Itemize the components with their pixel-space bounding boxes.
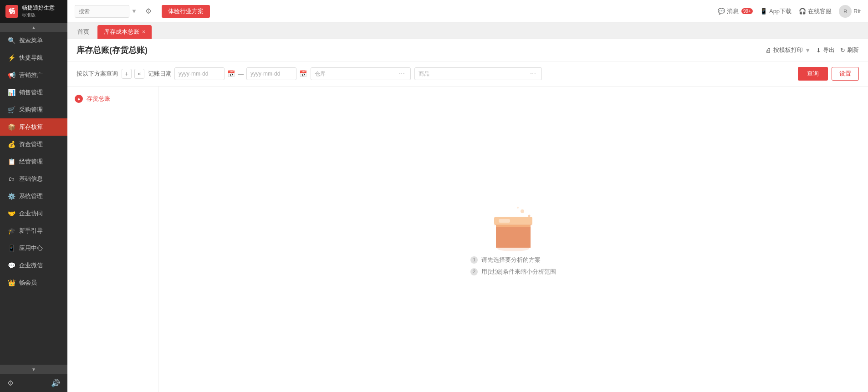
- date-separator: —: [238, 71, 244, 77]
- sidebar-item-finance[interactable]: 💰 资金管理: [0, 136, 67, 153]
- sidebar-item-operation[interactable]: 📋 经营管理: [0, 153, 67, 170]
- settings-button[interactable]: ⚙: [139, 5, 158, 18]
- print-label: 按模板打印: [773, 46, 803, 54]
- message-label: 消息: [727, 7, 739, 15]
- filter-collapse-button[interactable]: «: [134, 69, 144, 79]
- goods-more-icon[interactable]: ···: [528, 70, 538, 78]
- svg-point-6: [521, 209, 524, 213]
- enterprise-icon: 🤝: [7, 209, 15, 218]
- refresh-label: 刷新: [847, 46, 859, 54]
- tab-inventory-ledger[interactable]: 库存成本总账 ×: [97, 25, 152, 39]
- sidebar-item-system[interactable]: ⚙️ 系统管理: [0, 188, 67, 205]
- sidebar-item-label-basic: 基础信息: [19, 175, 43, 183]
- sidebar-item-basic[interactable]: 🗂 基础信息: [0, 170, 67, 188]
- wechat-icon: 💬: [7, 261, 15, 270]
- sidebar-item-label-finance: 资金管理: [19, 140, 43, 148]
- system-icon: ⚙️: [7, 192, 15, 200]
- app-download-label: App下载: [769, 7, 791, 15]
- tab-home[interactable]: 首页: [71, 25, 96, 39]
- sidebar-item-wechat[interactable]: 💬 企业微信: [0, 257, 67, 274]
- empty-tip-1: 1 请先选择要分析的方案: [470, 256, 556, 264]
- audio-footer-icon[interactable]: 🔊: [51, 379, 60, 387]
- tab-close-icon[interactable]: ×: [142, 29, 145, 35]
- filter-row: 按以下方案查询 + « 记账日期 yyyy-mm-dd 📅 — yyyy-mm-…: [77, 67, 859, 81]
- sidebar-footer: ⚙ 🔊: [0, 374, 67, 392]
- topbar-search-input[interactable]: [75, 5, 129, 18]
- online-support-label: 在线客服: [808, 7, 832, 15]
- content-area: 库存总账(存货总账) 🖨 按模板打印 ▼ ⬇ 导出 ↻ 刷新: [67, 39, 868, 392]
- main-area: ▼ ⚙ 体验行业方案 💬 消息 99+ 📱 App下载 🎧 在线客服 R: [67, 0, 868, 392]
- refresh-button[interactable]: ↻ 刷新: [840, 46, 859, 54]
- refresh-icon: ↻: [840, 47, 845, 54]
- sidebar-item-label-marketing: 营销推广: [19, 71, 43, 79]
- user-avatar-text: R: [843, 9, 847, 14]
- message-item[interactable]: 💬 消息 99+: [718, 7, 753, 15]
- sidebar-scroll-up[interactable]: ▲: [0, 23, 67, 32]
- sidebar-item-label-enterprise: 企业协同: [19, 209, 43, 218]
- date-end-input[interactable]: yyyy-mm-dd: [246, 67, 296, 80]
- topbar-search-area: ▼ ⚙: [75, 5, 158, 18]
- calendar-end-icon[interactable]: 📅: [299, 70, 307, 77]
- topbar-dropdown-icon[interactable]: ▼: [131, 8, 137, 15]
- message-badge: 99+: [741, 8, 753, 14]
- tip-text-2: 用[过滤]条件来缩小分析范围: [481, 268, 556, 276]
- print-button[interactable]: 🖨 按模板打印 ▼: [766, 46, 811, 54]
- warehouse-filter[interactable]: 仓库 ···: [311, 67, 411, 80]
- sidebar-item-label-operation: 经营管理: [19, 158, 43, 166]
- export-button[interactable]: ⬇ 导出: [816, 46, 835, 54]
- settings-footer-icon[interactable]: ⚙: [7, 379, 14, 387]
- sidebar-item-app-center[interactable]: 📱 应用中心: [0, 239, 67, 257]
- sidebar-item-marketing[interactable]: 📢 营销推广: [0, 66, 67, 84]
- industry-solution-button[interactable]: 体验行业方案: [162, 5, 210, 18]
- svg-point-8: [517, 207, 519, 209]
- filter-add-button[interactable]: +: [122, 69, 132, 79]
- sidebar-item-label-app-center: 应用中心: [19, 244, 43, 252]
- calendar-start-icon[interactable]: 📅: [227, 70, 235, 77]
- query-button[interactable]: 查询: [798, 67, 828, 81]
- export-icon: ⬇: [816, 47, 821, 54]
- quick-nav-icon: ⚡: [7, 54, 15, 62]
- sidebar-item-guide[interactable]: 🎓 新手引导: [0, 222, 67, 239]
- svg-point-7: [528, 214, 531, 217]
- app-version: 标准版: [22, 12, 55, 18]
- filter-label: 按以下方案查询: [77, 70, 118, 78]
- sidebar-item-inventory[interactable]: 📦 库存核算: [0, 118, 67, 136]
- sidebar-item-member[interactable]: 👑 畅会员: [0, 274, 67, 291]
- sidebar-item-label-system: 系统管理: [19, 192, 43, 200]
- content-body: ● 存货总账: [67, 87, 868, 392]
- tab-inventory-ledger-label: 库存成本总账: [104, 28, 139, 36]
- empty-illustration: [486, 203, 541, 249]
- goods-label: 商品: [419, 70, 429, 78]
- app-download-item[interactable]: 📱 App下载: [760, 7, 791, 15]
- sidebar-item-enterprise[interactable]: 🤝 企业协同: [0, 205, 67, 222]
- warehouse-more-icon[interactable]: ···: [397, 70, 407, 78]
- sidebar-scroll-down[interactable]: ▼: [0, 365, 67, 374]
- search-menu-icon: 🔍: [7, 36, 15, 45]
- inventory-icon: 📦: [7, 123, 15, 131]
- sidebar-item-sales[interactable]: 📊 销售管理: [0, 84, 67, 101]
- sidebar-item-quick-nav[interactable]: ⚡ 快捷导航: [0, 49, 67, 66]
- svg-rect-2: [496, 227, 531, 248]
- sidebar-item-label-inventory: 库存核算: [19, 123, 43, 131]
- online-support-icon: 🎧: [799, 8, 806, 15]
- goods-filter[interactable]: 商品 ···: [414, 67, 542, 80]
- filter-action-buttons: + «: [122, 69, 144, 79]
- app-center-icon: 📱: [7, 244, 15, 252]
- scheme-item-label: 存货总账: [87, 95, 110, 103]
- sidebar-item-search[interactable]: 🔍 搜索菜单: [0, 32, 67, 49]
- sidebar-item-purchase[interactable]: 🛒 采购管理: [0, 101, 67, 118]
- app-name: 畅捷通好生意: [22, 5, 55, 12]
- member-icon: 👑: [7, 279, 15, 287]
- scheme-item-inventory-ledger[interactable]: ● 存货总账: [67, 91, 158, 107]
- topbar: ▼ ⚙ 体验行业方案 💬 消息 99+ 📱 App下载 🎧 在线客服 R: [67, 0, 868, 23]
- app-logo: 畅 畅捷通好生意 标准版: [0, 0, 67, 23]
- settings-filter-button[interactable]: 设置: [832, 67, 859, 81]
- date-start-input[interactable]: yyyy-mm-dd: [174, 67, 225, 80]
- user-area[interactable]: R Rit: [839, 5, 861, 18]
- tab-bar: 首页 库存成本总账 ×: [67, 23, 868, 39]
- empty-svg: [486, 203, 541, 253]
- online-support-item[interactable]: 🎧 在线客服: [799, 7, 832, 15]
- filter-area: 按以下方案查询 + « 记账日期 yyyy-mm-dd 📅 — yyyy-mm-…: [67, 61, 868, 87]
- page-header: 库存总账(存货总账) 🖨 按模板打印 ▼ ⬇ 导出 ↻ 刷新: [67, 39, 868, 61]
- user-name: Rit: [853, 8, 861, 15]
